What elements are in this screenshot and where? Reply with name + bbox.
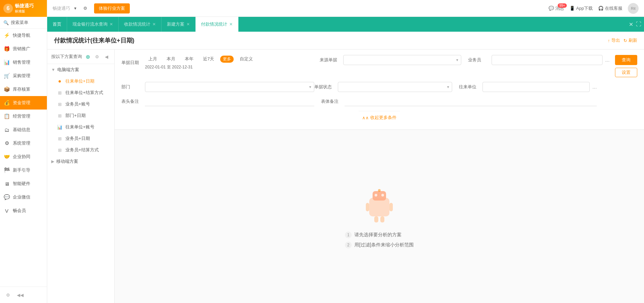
sidebar-item-label-wechat: 企业微信: [13, 194, 30, 200]
scheme-item-label-partner-date: 往来单位+日期: [65, 78, 94, 84]
salesman-dots[interactable]: ...: [605, 57, 610, 63]
message-btn[interactable]: 💬 消息 99+: [549, 5, 564, 11]
sidebar-search[interactable]: 🔍 搜索菜单: [0, 17, 47, 29]
sidebar-item-system[interactable]: ⚙ 系统管理: [0, 137, 47, 150]
date-option-this-year[interactable]: 本年: [181, 55, 197, 63]
date-label: 单据日期: [121, 60, 145, 66]
settings-btn[interactable]: 设置: [615, 68, 637, 77]
salesman-input[interactable]: [492, 55, 603, 65]
app-download-btn[interactable]: 📱 App下载: [569, 5, 593, 11]
dept-input[interactable]: ▾: [145, 82, 314, 92]
sidebar-item-inventory[interactable]: 📦 库存核算: [0, 83, 47, 96]
scheme-item-partner-date[interactable]: ● 往来单位+日期: [47, 75, 114, 87]
search-label: 搜索菜单: [11, 20, 28, 26]
sidebar-item-purchase[interactable]: 🛒 采购管理: [0, 69, 47, 83]
export-btn[interactable]: ↑ 导出: [608, 37, 620, 43]
scheme-group-desktop-title[interactable]: ▼ 电脑端方案: [47, 64, 114, 75]
sidebar-item-wechat[interactable]: 💬 企业微信: [0, 190, 47, 204]
date-option-custom[interactable]: 自定义: [236, 55, 256, 63]
topbar: 畅捷通巧 ▾ ⚙ 体验行业方案 💬 消息 99+ 📱 App下载 🎧 在线客服 …: [47, 0, 644, 17]
note-header-input[interactable]: [145, 97, 314, 106]
finance-icon: 💰: [3, 99, 10, 106]
query-btn[interactable]: 查询: [615, 55, 637, 65]
refresh-btn[interactable]: ↻ 刷新: [623, 37, 637, 43]
inventory-icon: 📦: [3, 86, 10, 93]
date-option-this-month[interactable]: 本月: [163, 55, 179, 63]
sidebar-item-sales[interactable]: 📊 销售管理: [0, 56, 47, 69]
tab-home[interactable]: 首页: [47, 17, 67, 32]
tab-close-payment-stat[interactable]: ✕: [229, 22, 233, 27]
source-label: 来源单据: [320, 57, 343, 63]
tab-expand-btn[interactable]: ⛶: [636, 21, 641, 27]
scheme-item-label-partner-account: 往来单位+账号: [65, 124, 94, 130]
scheme-item-salesman-date[interactable]: ⊞ 业务员+日期: [47, 133, 114, 144]
tab-new-scheme[interactable]: 新建方案 ✕: [162, 17, 196, 32]
scheme-group-desktop: ▼ 电脑端方案 ● 往来单位+日期 ⊞ 往来单位+结算方式 ⊞ 业务员+账号 ⊞: [47, 64, 114, 156]
topbar-dropdown[interactable]: ▾: [74, 6, 77, 11]
sidebar-collapse-btn[interactable]: ◀◀: [16, 290, 25, 300]
dropdown-arrow-icon: ▾: [74, 6, 77, 11]
tab-label-bank: 现金银行流水查询: [72, 21, 108, 27]
wechat-icon: 💬: [3, 194, 10, 201]
tab-close-all-btn[interactable]: ✕: [629, 21, 633, 28]
online-service-btn[interactable]: 🎧 在线客服: [598, 5, 622, 11]
tab-close-new-scheme[interactable]: ✕: [186, 22, 190, 27]
sidebar-item-operations[interactable]: 📋 经营管理: [0, 110, 47, 123]
date-option-last-month[interactable]: 上月: [145, 55, 160, 63]
sidebar-item-hardware[interactable]: 🖥 智能硬件: [0, 177, 47, 190]
scheme-collapse-btn[interactable]: ◀: [103, 53, 110, 60]
partner-input[interactable]: [482, 82, 589, 92]
page-title: 付款情况统计(往来单位+日期): [54, 36, 135, 44]
sidebar-logo: 6 畅捷通巧 标准版: [0, 0, 47, 17]
sales-icon: 📊: [3, 59, 10, 66]
guide-icon: 🏁: [3, 167, 10, 174]
scheme-add-btn[interactable]: ⊕: [84, 53, 91, 60]
logo-icon: 6: [3, 4, 13, 13]
query-btn-wrap: 查询 设置: [615, 55, 637, 77]
scheme-item-label-partner-settle: 往来单位+结算方式: [65, 90, 103, 96]
collapse-more-btn[interactable]: ∧∧ 收起更多条件: [359, 111, 400, 124]
scheme-item-partner-account[interactable]: 📊 往来单位+账号: [47, 121, 114, 133]
source-input[interactable]: ▾: [343, 55, 461, 65]
tab-close-receipt[interactable]: ✕: [152, 22, 156, 27]
scheme-panel-header: 按以下方案查询 ⊕ ⚙ ◀: [47, 50, 114, 64]
sidebar-item-label-basic: 基础信息: [13, 127, 30, 133]
trial-btn[interactable]: 体验行业方案: [94, 3, 130, 13]
sidebar-item-collab[interactable]: 🤝 企业协同: [0, 150, 47, 163]
operations-icon: 📋: [3, 113, 10, 120]
scheme-item-icon-partner-settle: ⊞: [57, 90, 63, 96]
tab-bank[interactable]: 现金银行流水查询 ✕: [67, 17, 119, 32]
svg-rect-4: [366, 203, 369, 211]
scheme-item-dept-date[interactable]: ⊞ 部门+日期: [47, 110, 114, 121]
sidebar-item-quicknav[interactable]: ⚡ 快捷导航: [0, 29, 47, 42]
topbar-settings-btn[interactable]: ⚙: [81, 4, 90, 13]
tab-receipt[interactable]: 收款情况统计 ✕: [119, 17, 162, 32]
sidebar-item-marketing[interactable]: 🎁 营销推广: [0, 42, 47, 56]
avatar[interactable]: Rit: [628, 3, 639, 14]
date-option-last-7days[interactable]: 近7天: [200, 55, 217, 63]
partner-dots[interactable]: ...: [592, 84, 597, 90]
scheme-item-salesman-account[interactable]: ⊞ 业务员+账号: [47, 98, 114, 110]
tab-close-bank[interactable]: ✕: [110, 22, 113, 27]
sidebar-item-finance[interactable]: 💰 资金管理: [0, 96, 47, 110]
sidebar-item-vip[interactable]: V 畅会员: [0, 204, 47, 217]
sidebar-settings-btn[interactable]: ⚙: [3, 290, 13, 300]
status-input[interactable]: ▾: [338, 82, 452, 92]
scheme-item-salesman-settle[interactable]: ⊞ 业务员+结算方式: [47, 144, 114, 156]
svg-rect-1: [373, 191, 386, 201]
sidebar-item-guide[interactable]: 🏁 新手引导: [0, 163, 47, 177]
hint-text-2: 用[过滤]条件来缩小分析范围: [354, 242, 414, 248]
scheme-group-mobile-title[interactable]: ▶ 移动端方案: [47, 156, 114, 167]
scheme-panel: 按以下方案查询 ⊕ ⚙ ◀ ▼ 电脑端方案: [47, 50, 115, 303]
scheme-item-partner-settle[interactable]: ⊞ 往来单位+结算方式: [47, 87, 114, 98]
date-options: 上月 本月 本年 近7天 更多 自定义: [145, 55, 256, 63]
sidebar-item-basic[interactable]: 🗂 基础信息: [0, 123, 47, 137]
tab-payment-stat[interactable]: 付款情况统计 ✕: [196, 17, 238, 32]
note-body-input[interactable]: [345, 97, 597, 106]
dept-dropdown-icon: ▾: [309, 85, 311, 89]
scheme-settings-btn[interactable]: ⚙: [93, 53, 101, 60]
scheme-item-icon-salesman-account: ⊞: [57, 101, 63, 107]
date-option-more[interactable]: 更多: [220, 56, 234, 63]
gear-icon: ⚙: [83, 6, 87, 11]
sidebar-bottom: ⚙ ◀◀: [0, 286, 47, 303]
